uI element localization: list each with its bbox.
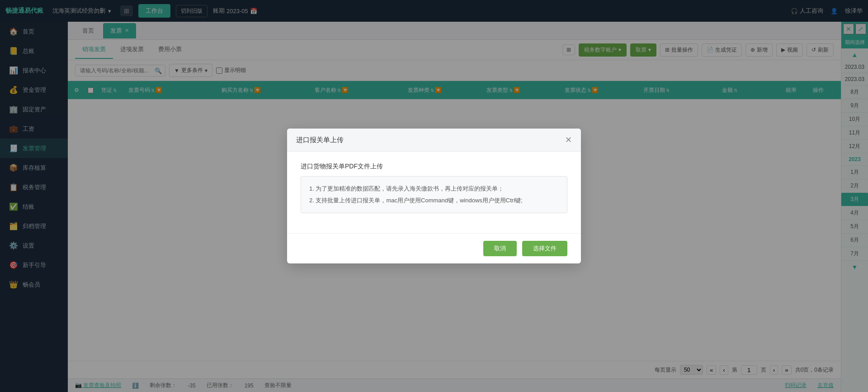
modal-title: 进口报关单上传 (296, 136, 344, 144)
modal-section-title: 进口货物报关单PDF文件上传 (301, 163, 567, 171)
modal-select-file-btn[interactable]: 选择文件 (522, 241, 567, 256)
modal-info-item-2: 2. 支持批量上传进口报关单，mac用户使用Command键，windows用户… (309, 195, 559, 206)
modal-info-box: 1. 为了更加精准的数据匹配，请先录入海关缴款书，再上传对应的报关单； 2. 支… (301, 176, 567, 213)
modal-cancel-btn[interactable]: 取消 (483, 241, 517, 256)
modal-body: 进口货物报关单PDF文件上传 1. 为了更加精准的数据匹配，请先录入海关缴款书，… (287, 152, 581, 233)
modal-footer: 取消 选择文件 (287, 233, 581, 263)
modal-dialog: 进口报关单上传 ✕ 进口货物报关单PDF文件上传 1. 为了更加精准的数据匹配，… (287, 129, 581, 263)
modal-close-btn[interactable]: ✕ (565, 135, 572, 145)
modal-header: 进口报关单上传 ✕ (287, 129, 581, 152)
modal-info-item-1: 1. 为了更加精准的数据匹配，请先录入海关缴款书，再上传对应的报关单； (309, 183, 559, 195)
modal-overlay[interactable]: 进口报关单上传 ✕ 进口货物报关单PDF文件上传 1. 为了更加精准的数据匹配，… (0, 0, 868, 392)
